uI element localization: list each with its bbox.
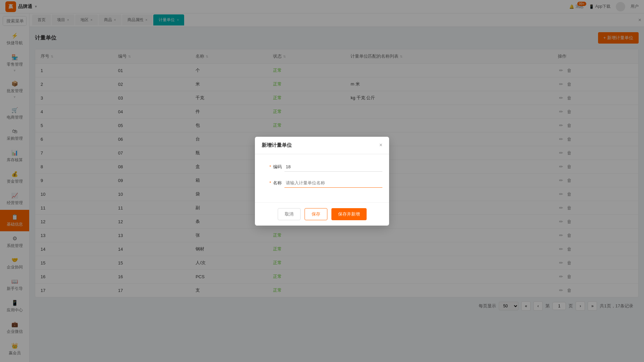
cancel-button[interactable]: 取消 [278,208,301,220]
modal-title: 新增计量单位 [262,142,292,148]
modal-header: 新增计量单位 × [255,137,389,154]
code-required-mark: * [269,164,271,169]
modal-footer: 取消 保存 保存并新增 [255,202,389,226]
save-and-new-button[interactable]: 保存并新增 [331,208,367,220]
modal-close-btn[interactable]: × [379,142,382,148]
name-input[interactable] [284,178,382,188]
name-form-row: * 名称 [262,178,382,188]
code-form-row: * 编码 [262,162,382,172]
name-label: * 名称 [262,180,282,186]
modal-overlay[interactable]: 新增计量单位 × * 编码 * 名称 取消 保存 保存并新增 [0,0,644,362]
code-label: * 编码 [262,164,282,170]
add-unit-modal: 新增计量单位 × * 编码 * 名称 取消 保存 保存并新增 [255,137,389,226]
code-input[interactable] [284,162,382,172]
name-required-mark: * [269,180,271,185]
modal-body: * 编码 * 名称 [255,154,389,202]
save-button[interactable]: 保存 [305,208,327,220]
